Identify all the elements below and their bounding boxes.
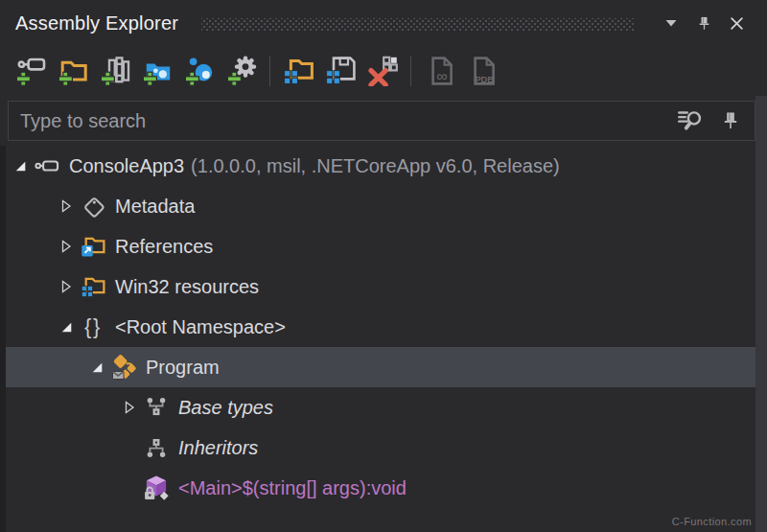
- add-folder-icon: [58, 56, 88, 86]
- search-icons: [678, 108, 755, 133]
- close-icon: [730, 16, 744, 31]
- tree-item-program[interactable]: Program: [6, 347, 755, 387]
- save-assembly-list-button[interactable]: [319, 50, 361, 92]
- remove-list-icon: [367, 56, 398, 86]
- tree-item-metadata[interactable]: Metadata: [6, 186, 755, 226]
- assembly-explorer-panel: Assembly Explorer: [0, 0, 767, 532]
- tree-item-details: (1.0.0.0, msil, .NETCoreApp v6.0, Releas…: [191, 155, 560, 177]
- expanded-triangle-icon: [89, 359, 105, 376]
- search-filter-icon[interactable]: [678, 108, 703, 133]
- assembly-icon: [33, 153, 61, 178]
- vertical-scrollbar[interactable]: [755, 96, 767, 532]
- expand-toggle[interactable]: [54, 198, 79, 214]
- pdb-icon: PDB: [466, 56, 497, 86]
- tree-item-label: Win32 resources: [115, 276, 259, 298]
- tree-item-root-namespace[interactable]: {} <Root Namespace>: [6, 307, 755, 347]
- search-input[interactable]: [9, 102, 678, 140]
- expand-toggle[interactable]: [84, 359, 109, 376]
- add-from-process-button[interactable]: [221, 50, 263, 92]
- pin-icon: [696, 15, 712, 32]
- expanded-triangle-icon: [58, 319, 75, 335]
- collapsed-triangle-icon: [58, 239, 74, 254]
- watermark: C-Function.com: [672, 516, 752, 527]
- add-assembly-button[interactable]: [10, 50, 52, 92]
- tree-item-label: <Root Namespace>: [115, 316, 286, 338]
- namespace-braces-icon: {}: [79, 314, 107, 339]
- base-types-icon: [142, 396, 171, 419]
- add-assembly-icon: [15, 56, 46, 86]
- svg-text:PDB: PDB: [475, 75, 494, 84]
- references-folder-icon: [79, 234, 107, 259]
- collapsed-triangle-icon: [58, 279, 74, 294]
- toolbar-separator: [410, 56, 411, 86]
- tree-item-label: Base types: [178, 397, 273, 419]
- add-library-icon: [100, 56, 130, 86]
- left-gutter: [0, 146, 6, 532]
- explore-folder-button[interactable]: [277, 50, 319, 92]
- window-position-button[interactable]: [662, 13, 681, 33]
- svg-text:{}: {}: [84, 314, 102, 338]
- tree-item-label: Metadata: [115, 196, 195, 218]
- method-cube-icon: [142, 474, 171, 501]
- vs-project-icon: ∞: [424, 56, 454, 86]
- add-nuget-icon: [184, 56, 215, 86]
- save-list-icon: [325, 56, 356, 86]
- titlebar: Assembly Explorer: [0, 0, 767, 46]
- remove-assemblies-button[interactable]: [361, 50, 404, 92]
- toolbar-separator: [269, 56, 270, 86]
- generate-pdb-button[interactable]: PDB: [460, 50, 502, 92]
- expand-toggle[interactable]: [54, 279, 79, 294]
- add-blue-folder-icon: [142, 56, 173, 86]
- tree-item-label: Program: [146, 357, 220, 379]
- toolbar: ∞ PDB: [0, 46, 767, 96]
- expanded-triangle-icon: [12, 158, 29, 174]
- add-from-gac-button[interactable]: [94, 50, 136, 92]
- open-folder-button[interactable]: [52, 50, 94, 92]
- expand-toggle[interactable]: [8, 158, 33, 174]
- tree-item-main-method[interactable]: <Main>$(string[] args):void: [6, 468, 755, 508]
- search-pin-icon[interactable]: [720, 110, 741, 131]
- search-row: [0, 96, 755, 146]
- class-icon: [109, 354, 138, 381]
- pin-button[interactable]: [694, 13, 713, 33]
- chevron-down-icon: [663, 15, 679, 31]
- tree-item-references[interactable]: References: [6, 226, 755, 266]
- inheritors-icon: [142, 436, 171, 459]
- resources-folder-icon: [79, 274, 107, 299]
- collapsed-triangle-icon: [122, 400, 137, 415]
- tree-item-label: ConsoleApp3: [69, 155, 184, 177]
- tree-item-label: References: [115, 236, 213, 258]
- tree-item-label: <Main>$(string[] args):void: [178, 477, 407, 499]
- add-nuget-package-button[interactable]: [178, 50, 221, 92]
- expand-toggle[interactable]: [54, 319, 79, 335]
- add-from-packages-folder-button[interactable]: [136, 50, 178, 92]
- tree-item-label: Inheritors: [178, 437, 258, 459]
- tree-item-win32-resources[interactable]: Win32 resources: [6, 266, 755, 307]
- tree-item-consoleapp3[interactable]: ConsoleApp3 (1.0.0.0, msil, .NETCoreApp …: [6, 146, 755, 186]
- assembly-tree: ConsoleApp3 (1.0.0.0, msil, .NETCoreApp …: [6, 146, 755, 532]
- expand-toggle[interactable]: [54, 239, 79, 254]
- explore-folder-icon: [283, 56, 314, 86]
- add-gear-icon: [226, 56, 257, 86]
- export-to-project-button[interactable]: ∞: [418, 50, 460, 92]
- search-box: [8, 101, 755, 141]
- tree-item-inheritors[interactable]: Inheritors: [6, 428, 755, 468]
- title-controls: [662, 13, 746, 33]
- close-button[interactable]: [727, 13, 746, 33]
- collapsed-triangle-icon: [58, 198, 74, 214]
- drag-handle[interactable]: [201, 18, 635, 31]
- tree-item-base-types[interactable]: Base types: [6, 387, 755, 428]
- panel-title: Assembly Explorer: [15, 12, 178, 35]
- svg-text:∞: ∞: [436, 68, 447, 84]
- metadata-tag-icon: [79, 194, 107, 219]
- expand-toggle[interactable]: [117, 400, 142, 415]
